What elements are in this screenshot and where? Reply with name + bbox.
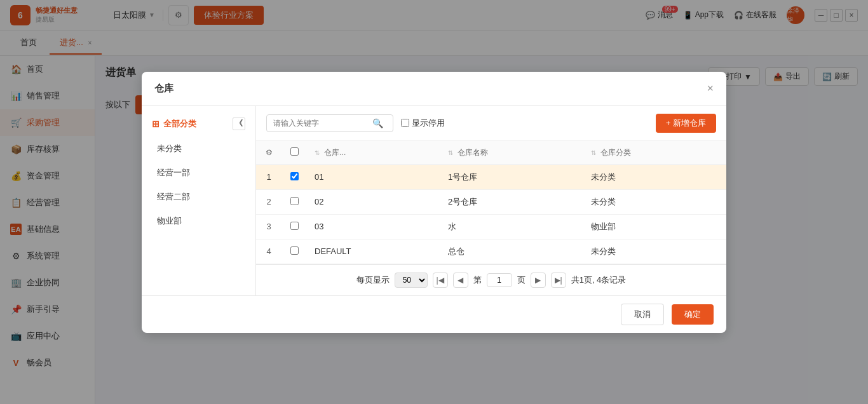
row-code: 02: [307, 189, 440, 214]
next-page-button[interactable]: ▶: [531, 273, 546, 288]
th-name: ⇅ 仓库名称: [440, 141, 583, 165]
select-all-checkbox[interactable]: [290, 147, 299, 156]
sort-icon: ⇅: [315, 149, 320, 156]
last-page-button[interactable]: ▶|: [551, 273, 566, 288]
row-category: 未分类: [583, 189, 726, 214]
per-page-select[interactable]: 50: [395, 273, 428, 288]
category-uncategorized[interactable]: 未分类: [142, 137, 255, 161]
table-row[interactable]: 3 03 水 物业部: [256, 214, 726, 239]
total-info: 共1页, 4条记录: [571, 274, 627, 286]
row-checkbox[interactable]: [290, 222, 299, 230]
row-code: 03: [307, 214, 440, 239]
modal-category-sidebar: ⊞ 全部分类 《 未分类 经营一部 经营二部 物业部: [142, 106, 256, 295]
row-category: 未分类: [583, 239, 726, 264]
row-actions: 1: [256, 165, 281, 189]
table-row[interactable]: 2 02 2号仓库 未分类: [256, 189, 726, 214]
modal-main: 🔍 显示停用 + 新增仓库 ⚙: [256, 106, 726, 295]
category-property[interactable]: 物业部: [142, 209, 255, 233]
modal-header: 仓库 ×: [142, 72, 726, 106]
sort-icon-name: ⇅: [448, 149, 453, 156]
modal-footer: 取消 确定: [142, 295, 726, 333]
row-checkbox-cell[interactable]: [281, 214, 307, 239]
modal-toolbar: 🔍 显示停用 + 新增仓库: [256, 106, 726, 141]
prev-page-button[interactable]: ◀: [453, 273, 468, 288]
table: ⚙ ⇅ 仓库... ⇅ 仓库名称: [256, 141, 726, 264]
category-dept2[interactable]: 经营二部: [142, 185, 255, 209]
sort-icon-cat: ⇅: [591, 149, 596, 156]
row-checkbox-cell[interactable]: [281, 189, 307, 214]
row-name: 2号仓库: [440, 189, 583, 214]
modal-title: 仓库: [154, 83, 173, 95]
row-checkbox[interactable]: [290, 246, 299, 255]
show-disabled-checkbox[interactable]: [401, 119, 409, 127]
table-header-row: ⚙ ⇅ 仓库... ⇅ 仓库名称: [256, 141, 726, 165]
row-name: 水: [440, 214, 583, 239]
row-code: DEFAULT: [307, 239, 440, 264]
warehouse-modal: 仓库 × ⊞ 全部分类 《 未分类 经营一部 经营二部 物业部: [142, 72, 726, 333]
modal-overlay[interactable]: 仓库 × ⊞ 全部分类 《 未分类 经营一部 经营二部 物业部: [0, 0, 868, 404]
modal-close-button[interactable]: ×: [707, 82, 714, 95]
table-row[interactable]: 4 DEFAULT 总仓 未分类: [256, 239, 726, 264]
row-checkbox-cell[interactable]: [281, 239, 307, 264]
category-dept1[interactable]: 经营一部: [142, 161, 255, 185]
modal-body: ⊞ 全部分类 《 未分类 经营一部 经营二部 物业部 🔍: [142, 106, 726, 295]
row-actions: 4: [256, 239, 281, 264]
search-input[interactable]: [273, 119, 369, 128]
table-body: 1 01 1号仓库 未分类 2 02 2号仓库 未分类 3 03 水 物业部 4…: [256, 165, 726, 264]
row-code: 01: [307, 165, 440, 189]
page-number-input[interactable]: [487, 273, 512, 287]
search-box[interactable]: 🔍: [266, 114, 393, 132]
th-check[interactable]: [281, 141, 307, 165]
first-page-button[interactable]: |◀: [433, 273, 448, 288]
all-category-header[interactable]: ⊞ 全部分类 《: [142, 111, 255, 137]
cancel-button[interactable]: 取消: [621, 304, 664, 325]
show-disabled-checkbox-label[interactable]: 显示停用: [401, 118, 445, 129]
table-row[interactable]: 1 01 1号仓库 未分类: [256, 165, 726, 189]
row-category: 物业部: [583, 214, 726, 239]
row-name: 总仓: [440, 239, 583, 264]
row-actions: 3: [256, 214, 281, 239]
search-icon: 🔍: [372, 118, 383, 128]
add-warehouse-button[interactable]: + 新增仓库: [656, 114, 716, 133]
th-category: ⇅ 仓库分类: [583, 141, 726, 165]
row-actions: 2: [256, 189, 281, 214]
grid-icon: ⊞: [152, 119, 159, 129]
row-checkbox-cell[interactable]: [281, 165, 307, 189]
row-name: 1号仓库: [440, 165, 583, 189]
warehouse-table: ⚙ ⇅ 仓库... ⇅ 仓库名称: [256, 141, 726, 264]
confirm-button[interactable]: 确定: [672, 304, 714, 325]
collapse-button[interactable]: 《: [233, 118, 245, 130]
row-checkbox[interactable]: [290, 172, 299, 180]
pagination: 每页显示 50 |◀ ◀ 第 页 ▶ ▶| 共1页, 4条记录: [256, 264, 726, 295]
th-gear[interactable]: ⚙: [256, 141, 281, 165]
row-checkbox[interactable]: [290, 197, 299, 205]
th-code: ⇅ 仓库...: [307, 141, 440, 165]
row-category: 未分类: [583, 165, 726, 189]
